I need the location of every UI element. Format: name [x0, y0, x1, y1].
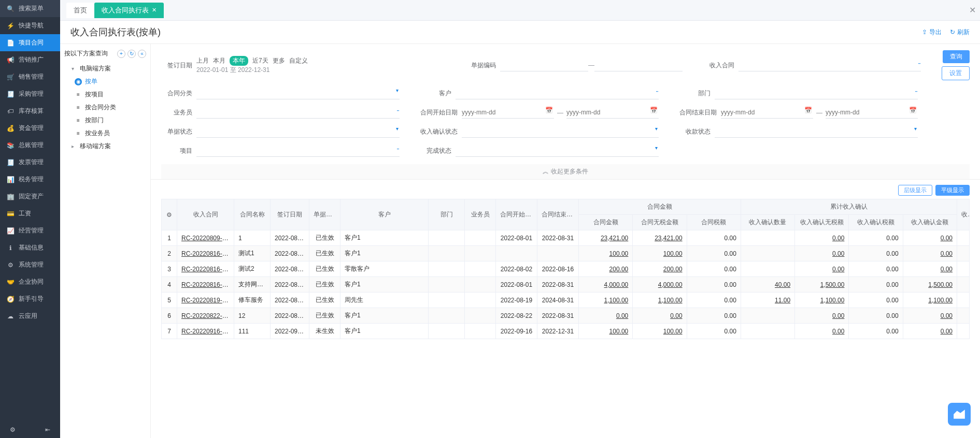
- contract-link[interactable]: RC-20220822-001: [181, 312, 233, 319]
- amt-notax-link[interactable]: 4,000.00: [658, 281, 683, 288]
- start-date-from[interactable]: [462, 107, 539, 118]
- confirm-status-select[interactable]: [462, 126, 539, 137]
- contract-link[interactable]: RC-20220816-002: [181, 266, 233, 273]
- doc-no-input[interactable]: [500, 60, 588, 71]
- more-icon[interactable]: ···: [656, 87, 658, 95]
- contract-link[interactable]: RC-20220816-003: [181, 281, 233, 288]
- sidebar-item-12[interactable]: 💳工资: [0, 205, 60, 222]
- end-date-from[interactable]: [721, 107, 799, 118]
- amt-link[interactable]: 100.00: [609, 250, 629, 257]
- confirm-notax-link[interactable]: 0.00: [832, 250, 844, 257]
- amt-link[interactable]: 200.00: [609, 266, 629, 273]
- sidebar-item-10[interactable]: 📊税务管理: [0, 171, 60, 188]
- amt-link[interactable]: 4,000.00: [604, 281, 629, 288]
- project-input[interactable]: [196, 145, 274, 156]
- sidebar-item-7[interactable]: 💰资金管理: [0, 120, 60, 137]
- close-icon[interactable]: ✕: [152, 7, 157, 13]
- sidebar-item-5[interactable]: 🧾采购管理: [0, 85, 60, 103]
- amt-notax-link[interactable]: 200.00: [663, 266, 683, 273]
- date-chip-2[interactable]: 本年: [230, 56, 248, 66]
- date-chip-1[interactable]: 本月: [213, 56, 225, 65]
- confirm-notax-link[interactable]: 0.00: [832, 266, 844, 273]
- date-chip-0[interactable]: 上月: [196, 56, 209, 65]
- chevron-down-icon[interactable]: ▾: [655, 126, 658, 132]
- sidebar-item-1[interactable]: ⚡快捷导航: [0, 17, 60, 34]
- date-chip-3[interactable]: 近7天: [252, 56, 268, 65]
- sidebar-item-3[interactable]: 📢营销推广: [0, 51, 60, 68]
- doc-status-select[interactable]: [196, 126, 274, 137]
- sidebar-item-4[interactable]: 🛒销售管理: [0, 68, 60, 85]
- collapse-sidebar-icon[interactable]: ⇤: [44, 426, 52, 434]
- sidebar-item-11[interactable]: 🏢固定资产: [0, 188, 60, 205]
- more-icon[interactable]: ···: [396, 107, 399, 114]
- tree-node-desktop[interactable]: ▾电脑端方案: [64, 62, 146, 75]
- pay-status-select[interactable]: [715, 126, 792, 137]
- confirm-amt-link[interactable]: 1,500.00: [928, 281, 953, 288]
- confirm-amt-link[interactable]: 1,100.00: [928, 297, 953, 304]
- confirm-amt-link[interactable]: 0.00: [941, 250, 953, 257]
- confirm-notax-link[interactable]: 0.00: [832, 328, 844, 335]
- sidebar-item-14[interactable]: ℹ基础信息: [0, 239, 60, 256]
- contract-link[interactable]: RC-20220916-001: [181, 328, 233, 335]
- toggle-level-view[interactable]: 层级显示: [898, 185, 932, 196]
- dept-input[interactable]: [715, 87, 792, 99]
- confirm-notax-link[interactable]: 1,100.00: [820, 297, 845, 304]
- settings-icon[interactable]: ⚙: [8, 426, 17, 434]
- tab-active[interactable]: 收入合同执行表 ✕: [94, 3, 164, 18]
- sidebar-item-15[interactable]: ⚙系统管理: [0, 256, 60, 273]
- chevron-down-icon[interactable]: ▾: [396, 126, 399, 132]
- date-chip-4[interactable]: 更多: [273, 56, 285, 65]
- amt-link[interactable]: 0.00: [616, 312, 628, 319]
- confirm-notax-link[interactable]: 0.00: [832, 312, 844, 319]
- tree-leaf-4[interactable]: ≡按业务员: [75, 127, 146, 140]
- sidebar-item-18[interactable]: ☁云应用: [0, 308, 60, 325]
- chevron-down-icon[interactable]: ▾: [396, 87, 399, 93]
- confirm-amt-link[interactable]: 0.00: [941, 235, 953, 242]
- tree-leaf-2[interactable]: ≡按合同分类: [75, 101, 146, 114]
- tree-leaf-0[interactable]: ◉按单: [75, 75, 146, 88]
- calendar-icon[interactable]: 📅: [804, 107, 812, 114]
- contract-link[interactable]: RC-20220816-001: [181, 250, 233, 257]
- sidebar-item-13[interactable]: 📈经营管理: [0, 222, 60, 239]
- tab-home[interactable]: 首页: [66, 3, 94, 18]
- refresh-scheme-icon[interactable]: ↻: [127, 50, 136, 58]
- refresh-button[interactable]: ↻刷新: [950, 28, 970, 37]
- tree-leaf-3[interactable]: ≡按部门: [75, 114, 146, 127]
- amt-link[interactable]: 23,421.00: [601, 235, 628, 242]
- toggle-flat-view[interactable]: 平级显示: [935, 185, 970, 196]
- contract-cat-select[interactable]: [196, 87, 274, 99]
- contract-link[interactable]: RC-20220809-001: [181, 235, 233, 242]
- more-icon[interactable]: ···: [915, 87, 917, 95]
- calendar-icon[interactable]: 📅: [650, 107, 658, 114]
- close-all-icon[interactable]: ✕: [969, 5, 976, 15]
- customer-input[interactable]: [456, 87, 533, 99]
- amt-notax-link[interactable]: 100.00: [663, 250, 683, 257]
- doc-no-input-to[interactable]: [594, 60, 683, 71]
- amt-link[interactable]: 1,100.00: [604, 297, 629, 304]
- income-contract-input[interactable]: [738, 60, 816, 71]
- amt-notax-link[interactable]: 0.00: [670, 312, 682, 319]
- sidebar-item-8[interactable]: 📚总账管理: [0, 137, 60, 154]
- collapse-scheme-icon[interactable]: «: [138, 50, 146, 58]
- more-icon[interactable]: ···: [396, 145, 399, 152]
- finish-status-select[interactable]: [456, 145, 533, 156]
- collapse-filters-button[interactable]: ︽ 收起更多条件: [161, 164, 970, 179]
- sidebar-item-2[interactable]: 📄项目合同: [0, 34, 60, 51]
- amt-notax-link[interactable]: 1,100.00: [658, 297, 683, 304]
- start-date-to[interactable]: [566, 107, 644, 118]
- sidebar-item-0[interactable]: 🔍搜索菜单: [0, 0, 60, 17]
- sidebar-item-16[interactable]: 🤝企业协同: [0, 273, 60, 290]
- calendar-icon[interactable]: 📅: [545, 107, 553, 114]
- tree-leaf-1[interactable]: ≡按项目: [75, 88, 146, 101]
- contract-link[interactable]: RC-20220819-001: [181, 297, 233, 304]
- confirm-amt-link[interactable]: 0.00: [941, 266, 953, 273]
- sidebar-item-6[interactable]: 🏷库存核算: [0, 103, 60, 120]
- salesman-input[interactable]: [196, 107, 274, 118]
- chevron-down-icon[interactable]: ▾: [655, 145, 658, 151]
- query-button[interactable]: 查询: [943, 50, 970, 63]
- confirm-amt-link[interactable]: 0.00: [941, 312, 953, 319]
- calendar-icon[interactable]: 📅: [909, 107, 917, 114]
- confirm-notax-link[interactable]: 1,500.00: [820, 281, 845, 288]
- tree-node-mobile[interactable]: ▸移动端方案: [64, 140, 146, 153]
- more-icon[interactable]: ···: [918, 60, 920, 67]
